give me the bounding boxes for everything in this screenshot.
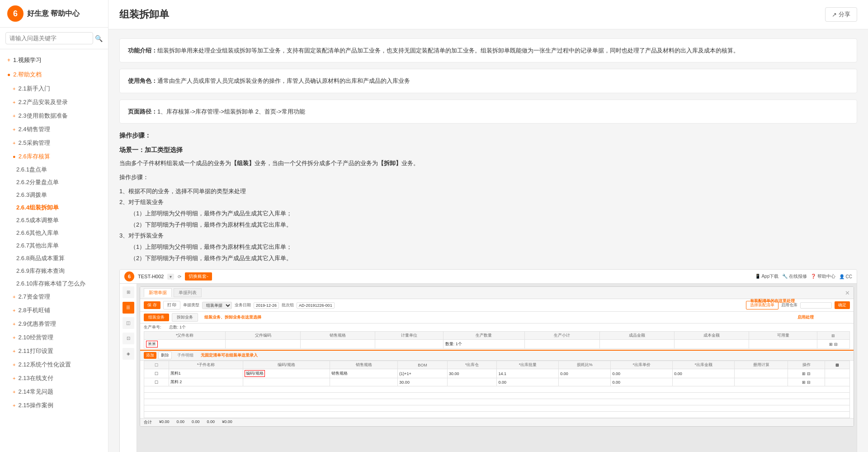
ss-ltr-2-amt	[673, 378, 735, 386]
sidebar-item-video[interactable]: + 1.视频学习	[0, 53, 108, 67]
sidebar-item-sales[interactable]: + 2.4销售管理	[0, 123, 108, 136]
sidebar-item-finance[interactable]: + 2.7资金管理	[0, 290, 108, 304]
ss-btn-del-row[interactable]: 删除	[158, 352, 172, 359]
sidebar-item-cost-adjust[interactable]: 2.6.5成本调整单	[0, 214, 108, 227]
plus-icon: +	[7, 57, 10, 63]
ss-td-action[interactable]: ⊞ ⊟	[817, 340, 849, 349]
sidebar-item-other-in[interactable]: 2.6.6其他入库单	[0, 227, 108, 239]
ss-th-avail-qty: 可用量	[749, 332, 817, 340]
ss-ltr-1-check: ☐	[144, 369, 169, 378]
sub-plus-icon: +	[13, 376, 15, 381]
ss-lower-table-label: 子件明细	[177, 352, 193, 358]
ss-nav-icon-4[interactable]: ⊡	[123, 333, 134, 344]
sidebar-item-purchase[interactable]: + 2.5采购管理	[0, 136, 108, 150]
disassembly-step-1: （1）上部明细为父件明细，最终作为原材料生成其它出库单；	[130, 242, 857, 253]
ss-nav-icon-active[interactable]: ☰	[123, 302, 134, 314]
sidebar-item-ops[interactable]: + 2.10经营管理	[0, 331, 108, 344]
ss-subtab-disassembly[interactable]: 拆卸业务	[172, 313, 198, 322]
ss-avatar: 👤 CC	[839, 274, 852, 279]
ss-th-parent-code: 父件编码	[226, 332, 300, 340]
ss-tab-new[interactable]: 新增单据	[144, 288, 172, 297]
ss-ltr-1-op[interactable]: ⊞ ⊟	[788, 369, 825, 378]
ss-warehouse-input[interactable]	[800, 302, 832, 309]
sidebar-item-mobile[interactable]: + 2.8手机旺铺	[0, 304, 108, 317]
ss-btn-add-row[interactable]: 添加	[144, 352, 156, 359]
sidebar-item-faq[interactable]: + 2.14常见问题	[0, 385, 108, 399]
ss-subtab-assembly[interactable]: 组装业务	[144, 314, 169, 321]
sidebar-item-transfer[interactable]: 2.6.3调拨单	[0, 189, 108, 201]
sidebar-item-split[interactable]: 2.6.2分量盘点单	[0, 176, 108, 189]
ss-nav-icons: ⊞ ☰ ◫ ⊡ ◈	[120, 284, 137, 452]
sidebar-item-account-err[interactable]: 2.6.10库存账本错了怎么办	[0, 277, 108, 290]
sidebar-item-docs[interactable]: ● 2.帮助文档	[0, 67, 108, 82]
ss-field-date-value: 2019-12-26	[254, 302, 279, 309]
search-button[interactable]: 🔍	[95, 35, 103, 42]
sidebar-item-print[interactable]: + 2.11打印设置	[0, 344, 108, 358]
ss-ltr-2-sale-spec	[330, 378, 398, 386]
ss-nav-icon-home[interactable]: ⊞	[123, 286, 134, 298]
ss-btn-save[interactable]: 保 存	[144, 301, 160, 309]
ss-nav-icon-5[interactable]: ◈	[123, 348, 134, 360]
ss-lth-op: 操作	[788, 361, 825, 369]
sidebar-item-install[interactable]: + 2.2产品安装及登录	[0, 95, 108, 109]
sidebar-item-data-prep[interactable]: + 2.3使用前数据准备	[0, 109, 108, 123]
ss-btn-print[interactable]: 打 印	[163, 301, 181, 309]
ss-app-download: 📱 App下载	[755, 273, 778, 280]
sidebar-item-sys-config[interactable]: + 2.12系统个性化设置	[0, 358, 108, 371]
sidebar-item-stocktake[interactable]: 2.6.1盘点单	[0, 163, 108, 176]
ss-btn-ok[interactable]: 确定	[835, 301, 850, 309]
ss-ltr-2-check: ☐	[144, 378, 169, 386]
sidebar-item-stock-check[interactable]: 2.6.9库存账本查询	[0, 265, 108, 277]
ss-totals-row: 合计 ¥0.00 0.00 0.00 0.00 ¥0.00	[140, 418, 854, 426]
ss-lth-expand: ⊞	[825, 361, 850, 369]
role-block: 使用角色：通常由生产人员或库管人员完成拆装业务的操作，库管人员确认原材料的出库和…	[119, 69, 857, 93]
sidebar-item-label: 1.视频学习	[13, 56, 42, 64]
sidebar-item-cost-calc[interactable]: 2.6.8商品成本重算	[0, 252, 108, 265]
ss-ltr-1-bom: (1)+1+	[398, 369, 448, 378]
app-title: 好生意 帮助中心	[27, 9, 80, 19]
ss-window-close[interactable]: ✕	[845, 290, 850, 296]
sub-plus-icon: +	[13, 321, 15, 327]
ss-nav-icon-3[interactable]: ◫	[123, 317, 134, 329]
ss-switch-btn[interactable]: 切换账套-	[185, 272, 212, 281]
ss-th-action: ⊞	[817, 332, 849, 340]
ss-lower-toolbar: 添加 删除 子件明细 无固定清单可在组装单这里录入	[140, 350, 854, 361]
ss-ltr-4	[144, 393, 850, 399]
sub-minus-icon: ●	[13, 154, 16, 159]
scene1-title: 场景一：加工类型选择	[119, 146, 857, 154]
ss-version: ▾	[167, 274, 174, 280]
assembly-sub-steps: （1）上部明细为父件明细，最终作为产成品生成其它入库单； （2）下部明细为子件明…	[119, 208, 857, 230]
share-button[interactable]: ↗ 分享	[825, 7, 857, 22]
path-text: 1、库存核算->库存管理->组装拆卸单 2、首页->常用功能	[157, 108, 305, 115]
sidebar-item-other-out[interactable]: 2.6.7其他出库单	[0, 239, 108, 252]
sub-plus-icon: +	[13, 308, 15, 313]
ss-logo: 6	[124, 271, 134, 281]
sidebar-item-inventory[interactable]: ● 2.6库存核算	[0, 150, 108, 163]
sidebar-item-new-user[interactable]: + 2.1新手入门	[0, 82, 108, 95]
assembly-step-1: （1）上部明细为父件明细，最终作为产成品生成其它入库单；	[130, 208, 857, 219]
main-header: 组装拆卸单 ↗ 分享	[108, 0, 868, 29]
ss-td-subtotal	[525, 340, 599, 349]
sidebar-item-coupon[interactable]: + 2.9优惠券管理	[0, 317, 108, 331]
annotation-type: 组装业务、拆卸业务在这里选择	[204, 314, 261, 320]
path-label: 页面路径：	[128, 108, 157, 115]
intro-label: 功能介绍：	[128, 47, 157, 54]
assembly-step-2: （2）下部明细为子件明细，最终作为原材料生成其它出库单。	[130, 219, 857, 231]
ss-lower-table-area: ☐ *子件名称 编码/规格 销售规格 BOM *出库仓 *出库批量 损耗比%	[140, 361, 854, 418]
ss-total-qty2: 0.00	[192, 419, 200, 425]
ss-select-type[interactable]: 组装单据 拆卸单据	[202, 302, 232, 309]
ss-td-qty: 数量: 1个	[443, 340, 524, 349]
annotation-enable: 启用处理	[797, 314, 814, 320]
minus-icon: ●	[7, 71, 10, 78]
ss-tab-list[interactable]: 单据列表	[174, 288, 202, 297]
sidebar-item-pay[interactable]: + 2.13在线支付	[0, 371, 108, 385]
ss-ltr-2-bom: 30.00	[398, 378, 448, 386]
search-input[interactable]	[5, 32, 93, 44]
sidebar-item-cases[interactable]: + 2.15操作案例	[0, 399, 108, 412]
ss-ltr-2-op[interactable]: ⊞ ⊟	[788, 378, 825, 386]
scene1-desc: 当由多个子件材料组装成一个成品的业务为【组装】业务，当由一个父件拆分成多个子产品…	[119, 158, 857, 169]
sidebar-item-assembly[interactable]: 2.6.4组装拆卸单	[0, 201, 108, 214]
ss-lth-remarks: 册用计算	[735, 361, 788, 369]
ss-th-sale-spec: 销售规格	[300, 332, 375, 340]
intro-text: 组装拆卸单用来处理企业组装或拆卸等加工业务，支持有固定装配清单的产品加工业务，也…	[157, 47, 739, 54]
